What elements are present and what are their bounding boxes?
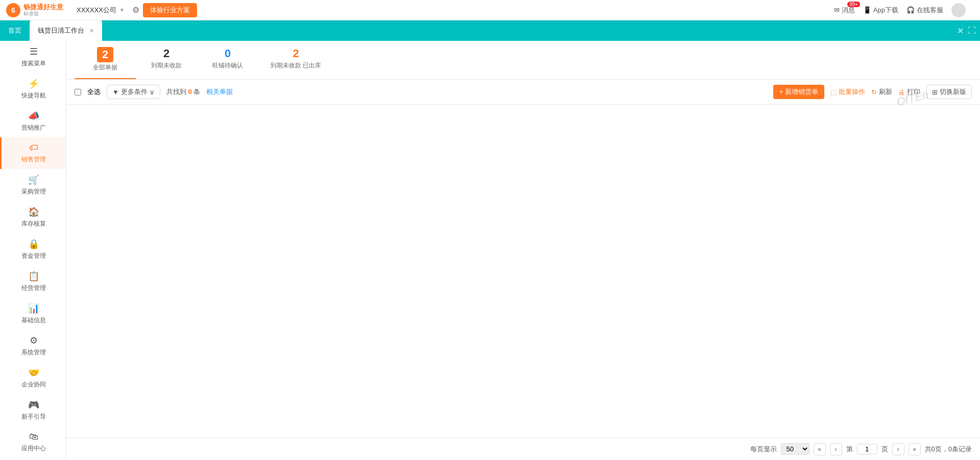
sidebar-label-shortcut: 快捷导航 <box>21 91 46 100</box>
switch-new-version-button[interactable]: ⊞ 切换新版 <box>926 85 972 99</box>
total-text: 共0页，0条记录 <box>925 445 972 454</box>
batch-label: 批量操作 <box>839 87 865 96</box>
app-download-label: App下载 <box>873 6 898 15</box>
app-download-icon: 📱 <box>863 6 871 14</box>
refresh-label: 刷新 <box>879 87 892 96</box>
try-industry-button[interactable]: 体验行业方案 <box>143 3 197 17</box>
print-button[interactable]: 🖨 打印 <box>898 87 920 96</box>
sidebar-item-wechat[interactable]: 💬 企业微信 <box>0 458 66 460</box>
sidebar-item-cooperation[interactable]: 🤝 企业协同 <box>0 362 66 394</box>
found-count: 0 <box>188 88 192 95</box>
add-sales-order-button[interactable]: + 新增销货单 <box>773 85 824 99</box>
stat-label-all: 全部单据 <box>87 63 124 72</box>
related-label[interactable]: 相关单据 <box>206 87 233 96</box>
sidebar-item-finance[interactable]: 🔒 资金管理 <box>0 233 66 265</box>
company-selector[interactable]: XXXXXX公司 ▼ <box>72 4 129 17</box>
stat-label-overdue-out: 到期未收款 已出库 <box>271 61 321 70</box>
expand-icon[interactable]: ⛶ <box>968 26 976 35</box>
first-page-button[interactable]: « <box>814 443 826 455</box>
sidebar-label-guide: 新手引导 <box>21 413 46 421</box>
gear-icon: ⚙ <box>132 5 139 15</box>
stat-tab-all[interactable]: 2 全部单据 <box>75 41 136 79</box>
shortcut-icon: ⚡ <box>28 78 39 89</box>
filter-icon: ▼ <box>112 88 119 96</box>
tab-work-label: 钱货日清工作台 <box>38 26 84 35</box>
refresh-button[interactable]: ↻ 刷新 <box>871 87 892 96</box>
avatar[interactable] <box>951 3 966 17</box>
apps-icon: 🛍 <box>29 431 38 442</box>
online-service-button[interactable]: 🎧 在线客服 <box>906 6 943 15</box>
logo-subtitle: 标准版 <box>23 11 63 17</box>
sidebar-label-sales: 销售管理 <box>21 155 46 164</box>
stat-count-overdue-out: 2 <box>271 47 321 60</box>
online-service-label: 在线客服 <box>917 6 943 15</box>
logo-area: 6 畅捷通好生意 标准版 <box>6 3 72 17</box>
select-all-checkbox[interactable] <box>75 89 81 95</box>
page-input[interactable] <box>857 444 877 454</box>
more-filters-label: 更多条件 <box>121 87 148 96</box>
sidebar-item-shortcut[interactable]: ⚡ 快捷导航 <box>0 73 66 105</box>
finance-icon: 🔒 <box>28 238 39 250</box>
close-window-icon[interactable]: ✕ <box>957 26 964 36</box>
sidebar-item-sales[interactable]: 🏷 销售管理 <box>0 137 66 169</box>
message-badge: 99+ <box>847 2 860 7</box>
sidebar-label-inventory: 库存核算 <box>21 220 46 228</box>
found-unit: 条 <box>193 88 200 95</box>
stat-tab-overdue-out[interactable]: 2 到期未收款 已出库 <box>258 41 333 79</box>
sidebar-item-marketing[interactable]: 📣 营销推广 <box>0 105 66 137</box>
sidebar-item-guide[interactable]: 🎮 新手引导 <box>0 394 66 426</box>
sidebar-label-apps: 应用中心 <box>21 444 46 453</box>
system-icon: ⚙ <box>30 335 38 346</box>
page-size-select[interactable]: 50 10 20 100 <box>781 443 810 455</box>
pagination-bar: 每页显示 50 10 20 100 « ‹ 第 页 › » 共0页，0条记录 <box>66 438 980 460</box>
sidebar-label-search: 搜索菜单 <box>21 59 46 68</box>
stat-count-all: 2 <box>97 47 113 62</box>
stat-tab-overdue[interactable]: 2 到期未收款 <box>136 41 197 79</box>
tab-work[interactable]: 钱货日清工作台 ✕ <box>30 20 102 41</box>
page-unit: 页 <box>881 445 888 454</box>
sidebar-label-basic: 基础信息 <box>21 316 46 325</box>
main-layout: ☰ 搜索菜单 ⚡ 快捷导航 📣 营销推广 🏷 销售管理 🛒 采购管理 🏠 库存核… <box>0 41 980 460</box>
sidebar-label-finance: 资金管理 <box>21 252 46 260</box>
stat-label-overdue: 到期未收款 <box>148 61 185 70</box>
sidebar-item-basic[interactable]: 📊 基础信息 <box>0 298 66 330</box>
stat-tab-pending[interactable]: 0 旺铺待确认 <box>197 41 258 79</box>
toolbar-right: + 新增销货单 ⬚ 批量操作 ↻ 刷新 🖨 打印 ⊞ 切换新版 <box>773 85 972 99</box>
stats-tabs: 2 全部单据 2 到期未收款 0 旺铺待确认 2 到期未收款 已出库 <box>66 41 980 80</box>
more-filters-button[interactable]: ▼ 更多条件 ∨ <box>107 85 160 99</box>
logo-title: 畅捷通好生意 <box>23 3 63 11</box>
found-prefix: 共找到 <box>166 88 186 95</box>
sidebar: ☰ 搜索菜单 ⚡ 快捷导航 📣 营销推广 🏷 销售管理 🛒 采购管理 🏠 库存核… <box>0 41 66 460</box>
cooperation-icon: 🤝 <box>28 367 39 378</box>
chevron-down-icon: ▼ <box>119 7 125 13</box>
top-header: 6 畅捷通好生意 标准版 XXXXXX公司 ▼ ⚙ 体验行业方案 ✉ 消息 99… <box>0 0 980 20</box>
print-icon: 🖨 <box>898 88 905 96</box>
tab-close-icon[interactable]: ✕ <box>89 28 94 34</box>
operation-icon: 📋 <box>28 271 39 282</box>
inventory-icon: 🏠 <box>28 206 39 217</box>
tab-home[interactable]: 首页 <box>0 20 30 41</box>
app-download-button[interactable]: 📱 App下载 <box>863 6 898 15</box>
guide-icon: 🎮 <box>28 399 39 410</box>
sidebar-label-purchase: 采购管理 <box>21 187 46 196</box>
stat-count-overdue: 2 <box>148 47 185 60</box>
sidebar-item-apps[interactable]: 🛍 应用中心 <box>0 426 66 458</box>
sidebar-item-system[interactable]: ⚙ 系统管理 <box>0 330 66 362</box>
batch-operation-button[interactable]: ⬚ 批量操作 <box>830 87 865 96</box>
message-button[interactable]: ✉ 消息 99+ <box>834 6 855 15</box>
sidebar-item-search[interactable]: ☰ 搜索菜单 <box>0 41 66 73</box>
sidebar-label-marketing: 营销推广 <box>21 124 46 132</box>
content-area: 2 全部单据 2 到期未收款 0 旺铺待确认 2 到期未收款 已出库 全选 ▼ … <box>66 41 980 460</box>
sidebar-item-purchase[interactable]: 🛒 采购管理 <box>0 169 66 201</box>
prev-page-button[interactable]: ‹ <box>830 443 842 455</box>
sidebar-item-inventory[interactable]: 🏠 库存核算 <box>0 201 66 233</box>
last-page-button[interactable]: » <box>909 443 921 455</box>
next-page-button[interactable]: › <box>892 443 904 455</box>
print-label: 打印 <box>907 87 920 96</box>
message-icon: ✉ <box>834 6 840 14</box>
tab-bar: 首页 钱货日清工作台 ✕ ✕ ⛶ <box>0 20 980 41</box>
refresh-icon: ↻ <box>871 88 877 96</box>
marketing-icon: 📣 <box>28 110 39 122</box>
sidebar-item-operation[interactable]: 📋 经营管理 <box>0 265 66 298</box>
settings-button[interactable]: ⚙ <box>129 3 143 17</box>
